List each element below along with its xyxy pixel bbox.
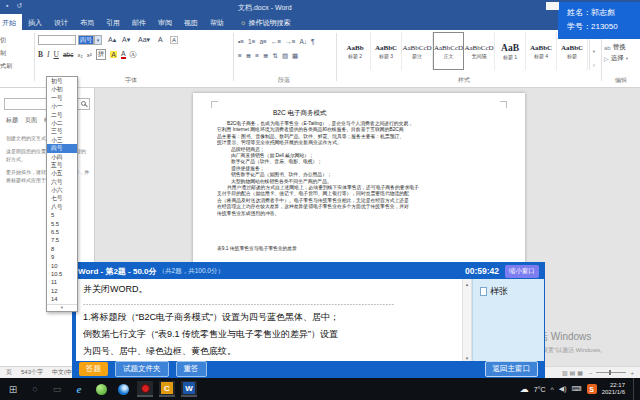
c-app-icon[interactable]: C xyxy=(159,381,175,397)
weather-icon[interactable]: ☁ xyxy=(520,384,529,394)
ribbon-tab[interactable]: 引用 xyxy=(100,14,126,30)
show-marks-button[interactable]: ¶ xyxy=(311,38,315,45)
zoom-slider-thumb[interactable] xyxy=(609,370,611,375)
font-size-option[interactable]: 小二 xyxy=(47,119,77,127)
style-cell[interactable]: AaBbCcD无间隔 xyxy=(464,32,495,70)
cortana-icon[interactable]: ○ xyxy=(27,381,43,397)
tell-me-search[interactable]: ☼ 操作说明搜索 xyxy=(230,14,296,30)
cut-button[interactable]: ✂ 剪切 xyxy=(0,34,34,47)
return-main-window-button[interactable]: 返回主窗口 xyxy=(485,361,539,377)
font-size-option[interactable]: 5 xyxy=(47,211,77,219)
borders-button[interactable]: ▦ xyxy=(292,52,298,60)
justify-button[interactable]: ≣ xyxy=(263,52,268,60)
ribbon-tab[interactable]: 帮助 xyxy=(204,14,230,30)
ribbon-tab[interactable]: 布局 xyxy=(74,14,100,30)
ribbon-tab[interactable]: 设计 xyxy=(48,14,74,30)
style-cell[interactable]: AaBbC标题 4 xyxy=(526,32,557,70)
sample-attachment-item[interactable]: 样张 xyxy=(480,285,544,298)
font-size-option[interactable]: 14 xyxy=(47,295,77,303)
superscript-button[interactable]: x² xyxy=(87,52,92,58)
scroll-up-icon[interactable]: ▴ xyxy=(466,281,469,287)
font-size-option[interactable]: 小一 xyxy=(47,102,77,110)
font-size-option[interactable]: 6.5 xyxy=(47,228,77,236)
exam-scrollbar[interactable]: ▴ ▾ xyxy=(462,279,472,363)
screen-record-icon[interactable] xyxy=(137,381,153,397)
ribbon-tab[interactable]: 审阅 xyxy=(152,14,178,30)
subscript-button[interactable]: x₂ xyxy=(77,52,82,58)
font-size-option[interactable]: 二号 xyxy=(47,111,77,119)
nav-tab[interactable]: 标题 xyxy=(6,116,18,125)
zoom-out-button[interactable]: − xyxy=(589,370,593,376)
redo-button[interactable]: 重答 xyxy=(176,361,207,377)
word-app-icon[interactable]: W xyxy=(181,381,197,397)
decrease-indent-button[interactable]: ←≡ xyxy=(271,38,281,45)
align-left-button[interactable]: ≡ xyxy=(238,52,242,59)
line-spacing-button[interactable]: ⇅ xyxy=(273,52,278,60)
volume-icon[interactable]: ◀) xyxy=(559,385,567,393)
view-mode-icons[interactable]: ▥▤▦ xyxy=(562,369,585,376)
exam-folder-button[interactable]: 试题文件夹 xyxy=(115,361,169,377)
font-size-option[interactable]: 10.5 xyxy=(47,270,77,278)
copy-button[interactable]: ▣ 复制 xyxy=(0,47,34,60)
ribbon-tab[interactable]: 邮件 xyxy=(126,14,152,30)
style-cell[interactable]: AaBbCcD正文 xyxy=(433,32,464,70)
increase-indent-button[interactable]: →≡ xyxy=(285,38,295,45)
font-size-option[interactable]: 小初 xyxy=(47,85,77,93)
task-view-icon[interactable]: ▭ xyxy=(49,381,65,397)
show-desktop-button[interactable] xyxy=(633,378,636,400)
font-size-option[interactable]: 小四 xyxy=(47,153,77,161)
font-size-option[interactable]: 初号 xyxy=(47,77,77,85)
ribbon-tab[interactable]: 视图 xyxy=(178,14,204,30)
zoom-in-button[interactable]: + xyxy=(630,370,634,376)
bold-button[interactable]: B xyxy=(38,50,43,59)
format-painter-button[interactable]: ✎ 格式刷 xyxy=(0,60,34,73)
align-center-button[interactable]: ≣ xyxy=(246,52,251,60)
font-size-option[interactable]: 三号 xyxy=(47,127,77,135)
font-size-option[interactable]: 5.5 xyxy=(47,220,77,228)
font-size-option[interactable]: 9 xyxy=(47,253,77,261)
input-method-icon[interactable]: S xyxy=(587,384,597,394)
answer-button[interactable]: 答题 xyxy=(79,362,108,376)
font-color-button[interactable]: A xyxy=(121,50,126,59)
font-size-option[interactable]: 小五 xyxy=(47,169,77,177)
style-cell[interactable]: AaBbCcD题注 xyxy=(402,32,433,70)
nav-tab[interactable]: 页面 xyxy=(25,116,37,125)
char-border-button[interactable]: A xyxy=(170,36,178,44)
font-size-option[interactable]: 六号 xyxy=(47,178,77,186)
font-size-option[interactable]: 五号 xyxy=(47,161,77,169)
multilevel-list-button[interactable]: a≡ xyxy=(260,38,267,45)
font-size-option[interactable]: 小三 xyxy=(47,136,77,144)
font-size-option[interactable]: 11 xyxy=(47,278,77,286)
highlight-color-button[interactable]: A xyxy=(110,51,117,58)
style-cell[interactable]: AaB标题 1 xyxy=(495,32,526,70)
sort-button[interactable]: A↓ xyxy=(300,38,308,45)
strikethrough-button[interactable]: abc xyxy=(63,51,73,58)
quick-access-toolbar[interactable]: ▪ ↺ xyxy=(6,2,25,10)
font-size-option[interactable]: 七号 xyxy=(47,194,77,202)
replace-button[interactable]: ab 替换 xyxy=(604,42,628,53)
underline-button[interactable]: U xyxy=(54,50,59,59)
pointer-app-icon[interactable] xyxy=(115,381,131,397)
font-size-option[interactable]: 一号 xyxy=(47,94,77,102)
browser-app-icon[interactable] xyxy=(93,381,109,397)
ribbon-tab[interactable]: 插入 xyxy=(22,14,48,30)
ie-browser-icon[interactable]: e xyxy=(71,381,87,397)
shrink-window-button[interactable]: 缩小窗口 xyxy=(505,265,539,278)
enclose-char-button[interactable]: Ⓐ xyxy=(130,50,137,60)
start-button[interactable]: ⊞ xyxy=(5,381,21,397)
keyboard-icon[interactable]: ⌨ xyxy=(572,385,582,393)
bullets-button[interactable]: •≡ xyxy=(238,38,244,45)
font-name-combo[interactable] xyxy=(38,35,76,45)
style-cell[interactable]: AaBbC标题 3 xyxy=(371,32,402,70)
phonetic-guide-button[interactable]: 拼 xyxy=(96,49,107,60)
font-size-option[interactable]: 四号 xyxy=(47,144,77,152)
font-size-option[interactable]: 八号 xyxy=(47,203,77,211)
italic-button[interactable]: I xyxy=(47,50,50,59)
font-size-dropdown-arrow[interactable]: ▾ xyxy=(94,35,102,45)
change-case-button[interactable]: Aa▾ xyxy=(138,36,150,44)
font-size-option[interactable]: 小六 xyxy=(47,186,77,194)
align-right-button[interactable]: ≡ xyxy=(255,52,259,59)
dropdown-scroll-down-icon[interactable]: ▾ xyxy=(47,304,77,311)
hidden-icons-chevron[interactable]: ^ xyxy=(551,386,554,393)
font-size-combo[interactable]: 四号 xyxy=(78,35,94,45)
